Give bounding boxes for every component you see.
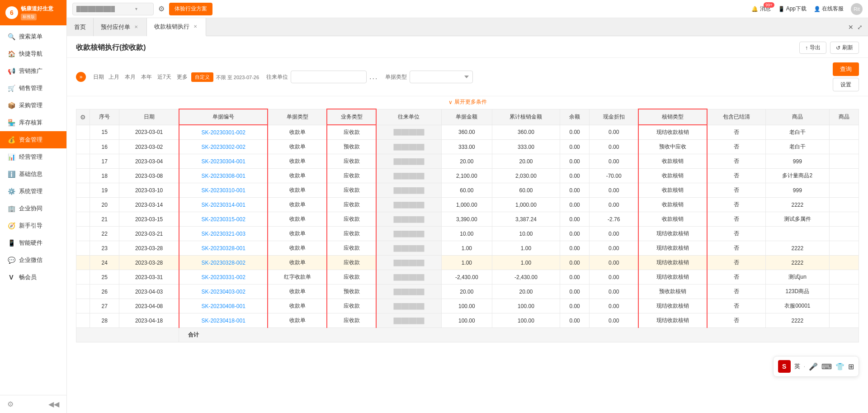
cell-partner: ████████ [376,125,441,140]
sidebar-item-inventory[interactable]: 🏪 库存核算 [0,114,66,131]
messages-button[interactable]: 🔔 消息 99+ [751,5,771,13]
sidebar-item-quick-nav[interactable]: 🏠 快捷导航 [0,45,66,62]
settings-bottom-icon[interactable]: ⚙ [7,400,14,408]
bill-no-link[interactable]: SK-20230331-002 [201,274,245,280]
sidebar-item-system[interactable]: ⚙️ 系统管理 [0,183,66,200]
partner-dots[interactable]: ... [369,73,378,81]
cell-bill-type: 收款单 [268,313,327,328]
date-link-7days[interactable]: 近7天 [156,72,173,82]
bill-no-link[interactable]: SK-20230301-002 [201,129,245,136]
online-service-link[interactable]: 👤 在线客服 [814,5,844,13]
maximize-tab-button[interactable]: ⤢ [857,24,863,31]
cell-product2 [829,140,859,154]
cell-bill-no: SK-20230314-001 [179,198,268,212]
cell-date: 2023-03-31 [119,270,179,285]
tab-receipt-write-off[interactable]: 收款核销执行 ✕ [147,18,206,36]
tab-close-receipt[interactable]: ✕ [192,24,198,30]
cell-partner: ████████ [376,140,441,154]
expand-more-button[interactable]: ∨ 展开更多条件 [448,98,487,106]
user-avatar[interactable]: Rit [851,3,863,15]
sidebar-item-enterprise[interactable]: 🏢 企业协同 [0,200,66,217]
date-link-this-month[interactable]: 本月 [123,72,137,82]
sidebar-item-search[interactable]: 🔍 搜索菜单 [0,28,66,45]
sidebar-item-hardware[interactable]: 📱 智能硬件 [0,234,66,252]
sidebar-item-sales[interactable]: 🛒 销售管理 [0,80,66,97]
cell-settings [76,198,90,212]
cell-bill-amount: 3,390.00 [441,212,492,227]
bill-no-link[interactable]: SK-20230315-002 [201,216,245,223]
cell-bill-amount: 20.00 [441,154,492,169]
sidebar-item-member[interactable]: V 畅会员 [0,269,66,286]
cell-settings [76,241,90,256]
table-row: 28 2023-04-18 SK-20230418-001 收款单 应收款 ██… [76,313,859,328]
partner-input[interactable] [291,71,367,83]
cell-balance: 0.00 [560,227,589,241]
cell-bill-amount: 20.00 [441,285,492,299]
cell-bill-type: 收款单 [268,183,327,198]
filter-settings-button[interactable]: 设置 [833,78,859,91]
topbar-search-input[interactable] [76,6,135,12]
tab-prepay[interactable]: 预付应付单 ✕ [94,18,147,36]
topbar-gear-icon[interactable]: ⚙ [158,5,165,13]
mic-icon[interactable]: 🎤 [809,362,818,371]
export-button[interactable]: ↑ 导出 [799,42,826,54]
tshirt-icon[interactable]: 👕 [835,362,844,371]
bill-no-link[interactable]: SK-20230408-001 [201,303,245,309]
cell-bill-amount: 100.00 [441,299,492,313]
cell-bill-no: SK-20230302-002 [179,140,268,154]
sidebar-item-purchase[interactable]: 📦 采购管理 [0,97,66,114]
cell-cash-discount: 0.00 [590,198,638,212]
bill-no-link[interactable]: SK-20230321-003 [201,231,245,237]
page-area: 收款核销执行(按收款) ↑ 导出 ↺ 刷新 » 日期 上月 本月 本 [67,36,868,413]
cell-settings [76,140,90,154]
industry-plan-button[interactable]: 体验行业方案 [169,3,212,15]
date-link-last-month[interactable]: 上月 [107,72,121,82]
query-button[interactable]: 查询 [833,62,859,76]
date-custom-button[interactable]: 自定义 [191,72,213,82]
table-row: 26 2023-04-03 SK-20230403-002 收款单 预收款 ██… [76,285,859,299]
refresh-button[interactable]: ↺ 刷新 [830,42,859,54]
col-header-bill-type: 单据类型 [268,109,327,125]
bill-no-link[interactable]: SK-20230314-001 [201,202,245,208]
apps-grid-icon[interactable]: ⊞ [848,362,854,371]
sidebar-item-finance[interactable]: 💰 资金管理 [0,131,66,148]
cell-include-settled: 否 [707,241,766,256]
service-icon: 👤 [814,6,821,12]
sidebar-item-basic[interactable]: ℹ️ 基础信息 [0,166,66,183]
cell-cash-discount: 0.00 [590,183,638,198]
filter-collapse-button[interactable]: » [76,72,86,82]
bill-no-link[interactable]: SK-20230328-002 [201,260,245,266]
bill-no-link[interactable]: SK-20230304-001 [201,158,245,165]
table-settings-button[interactable]: ⚙ [80,114,86,121]
cell-settings [76,212,90,227]
bill-no-link[interactable]: SK-20230418-001 [201,318,245,324]
close-tab-button[interactable]: ✕ [848,24,854,31]
cell-cash-discount: -2.76 [590,212,638,227]
tab-home[interactable]: 首页 [67,18,94,36]
date-link-more[interactable]: 更多 [175,72,189,82]
bill-type-select[interactable] [410,71,473,83]
cell-balance: 0.00 [560,140,589,154]
cell-biz-type: 应收款 [327,183,376,198]
bill-no-link[interactable]: SK-20230328-001 [201,245,245,252]
bill-no-link[interactable]: SK-20230403-002 [201,289,245,295]
cell-settings [76,270,90,285]
bill-no-link[interactable]: SK-20230310-001 [201,187,245,194]
tab-close-prepay[interactable]: ✕ [133,24,139,30]
bill-no-link[interactable]: SK-20230308-001 [201,173,245,179]
bill-no-link[interactable]: SK-20230302-002 [201,144,245,150]
date-link-this-year[interactable]: 本年 [139,72,154,82]
keyboard-icon[interactable]: ⌨ [821,362,832,371]
cell-product2 [829,270,859,285]
cell-settings [76,183,90,198]
sidebar-item-marketing[interactable]: 📢 营销推广 [0,62,66,80]
app-download-link[interactable]: 📱 App下载 [778,5,807,13]
date-filter-group: 日期 上月 本月 本年 近7天 更多 自定义 不限 至 2023-07-26 [93,72,259,82]
sidebar-item-wechat[interactable]: 💬 企业微信 [0,252,66,269]
collapse-icon[interactable]: ◀◀ [48,400,59,408]
sidebar-item-operation[interactable]: 📊 经营管理 [0,148,66,166]
sidebar-item-guide[interactable]: 🧭 新手引导 [0,217,66,234]
cell-cash-discount: 0.00 [590,285,638,299]
cell-bill-type: 收款单 [268,169,327,183]
cell-write-off-type: 预收款核销 [638,285,707,299]
